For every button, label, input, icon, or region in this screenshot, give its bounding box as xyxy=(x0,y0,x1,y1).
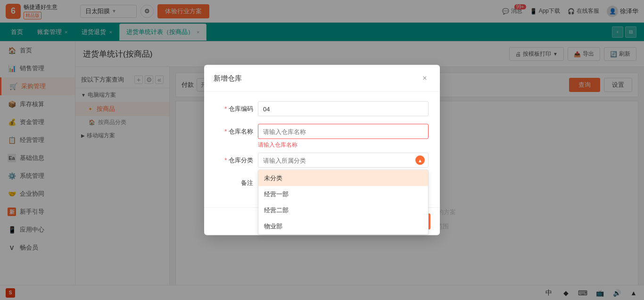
new-warehouse-modal: 新增仓库 × * 仓库编码 * 仓库名称 请输入仓库名称 xyxy=(204,65,440,235)
category-dropdown-list: 未分类 经营一部 经营二部 物业部 xyxy=(258,170,429,235)
option-dept1[interactable]: 经营一部 xyxy=(258,186,428,202)
code-label: * 仓库编码 xyxy=(215,101,258,113)
modal-header: 新增仓库 × xyxy=(204,65,440,92)
modal-body: * 仓库编码 * 仓库名称 请输入仓库名称 * 仓库分类 xyxy=(204,92,440,208)
note-label: 备注 xyxy=(215,175,258,187)
chevron-up-icon: ▲ xyxy=(418,158,422,163)
name-label: * 仓库名称 xyxy=(215,124,258,136)
option-dept3[interactable]: 物业部 xyxy=(258,218,428,234)
warehouse-name-input[interactable] xyxy=(258,124,429,139)
warehouse-code-input[interactable] xyxy=(258,101,429,117)
category-label: * 仓库分类 xyxy=(215,153,258,165)
code-required-mark: * xyxy=(224,105,227,112)
name-error-message: 请输入仓库名称 xyxy=(215,141,429,149)
name-required-mark: * xyxy=(224,128,227,135)
dropdown-arrow-button[interactable]: ▲ xyxy=(415,156,425,165)
warehouse-name-row: * 仓库名称 请输入仓库名称 xyxy=(215,124,429,149)
warehouse-code-field: * 仓库编码 xyxy=(215,101,429,117)
option-dept2[interactable]: 经营二部 xyxy=(258,202,428,218)
category-dropdown: ▲ 未分类 经营一部 经营二部 物业部 xyxy=(258,153,429,168)
category-input[interactable] xyxy=(258,153,429,168)
warehouse-category-field: * 仓库分类 ▲ 未分类 经营一部 经营二部 xyxy=(215,153,429,168)
name-input-wrap xyxy=(258,124,429,139)
warehouse-name-field: * 仓库名称 xyxy=(215,124,429,139)
modal-title: 新增仓库 xyxy=(214,74,242,83)
modal-close-button[interactable]: × xyxy=(419,73,430,84)
category-required-mark: * xyxy=(224,157,227,164)
option-uncategorized[interactable]: 未分类 xyxy=(258,170,428,186)
